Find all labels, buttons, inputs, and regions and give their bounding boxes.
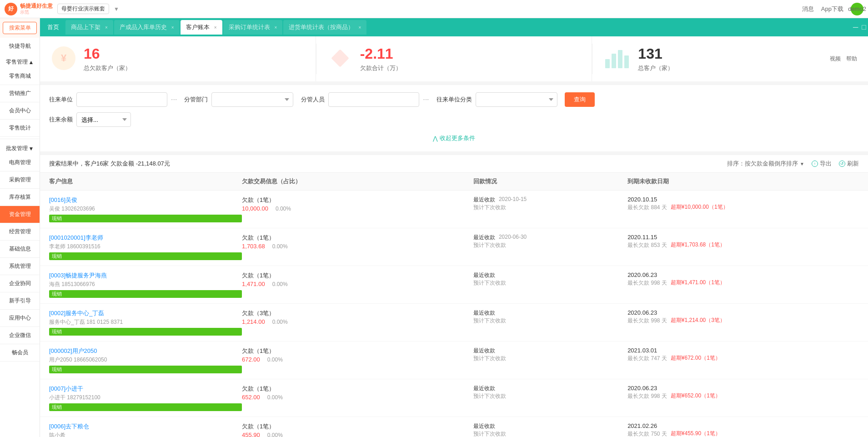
cell-overdue-2: 2020.11.15 最长欠款 853 天 超期¥1,703.68（1笔） [627,234,859,249]
customer-name-5[interactable]: [000002]用户2050 [49,347,242,355]
result-actions: 排序：按欠款金额倒序排序 ▼ ↑ 导出 ↺ 刷新 [727,160,859,168]
cell-customer-5: [000002]用户2050 用户2050 18665062050 现销 [49,347,242,373]
sidebar-item-ecommerce[interactable]: 电商管理 [0,154,40,171]
filter-select-dept[interactable] [211,92,293,107]
cell-overdue-5: 2021.03.01 最长欠款 747 天 超期¥672.00（1笔） [627,347,859,362]
filter-label-supplier-type: 往来单位分类 [437,95,472,104]
col-header-overdue: 到期未收款日期 [627,177,859,186]
sidebar-item-vip[interactable]: 畅会员 [0,344,40,362]
filter-input-supplier[interactable] [76,92,167,107]
sidebar-item-batch-mgmt[interactable]: 批发管理 ▼ [0,141,40,154]
sidebar-item-apps[interactable]: 应用中心 [0,310,40,327]
sidebar-item-retail-mgmt[interactable]: 零售管理 ▲ [0,55,40,68]
cell-customer-3: [0003]畅捷服务尹海燕 海燕 18513066976 现销 [49,271,242,298]
cell-debt-7: 欠款（1笔） 455.90 0.00% [242,422,473,437]
app-download-link[interactable]: App下载 [821,5,843,13]
customer-name-4[interactable]: [0002]服务中心_丁磊 [49,309,242,317]
tab-home[interactable]: 首页 [42,20,65,35]
search-button[interactable]: 查询 [565,92,595,107]
filter-area: 往来单位 ··· 分管部门 ▼ [40,85,868,151]
stat-card-total: 131 总客户（家） 视频 帮助 [592,36,868,81]
debt-ratio-2: 0.00% [272,243,288,250]
cell-customer-6: [0007]小进干 小进干 18279152100 现销 [49,385,242,411]
store-name[interactable]: 母婴行业演示账套 [57,4,109,14]
sidebar-item-weixin[interactable]: 企业微信 [0,327,40,344]
export-button[interactable]: ↑ 导出 [812,160,832,168]
svg-rect-5 [618,50,622,68]
top-bar-left: 好 畅捷通好生意 示范 母婴行业演示账套 ▼ [5,3,119,15]
filter-dots-person[interactable]: ··· [423,95,429,104]
filter-dots-supplier[interactable]: ··· [171,95,177,104]
table-row: [0016]吴俊 吴俊 13026203696 现销 欠款（1笔） 10,000… [40,191,868,228]
app-name: 畅捷通好生意 [20,3,53,9]
cell-customer-1: [0016]吴俊 吴俊 13026203696 现销 [49,196,242,222]
customer-name-1[interactable]: [0016]吴俊 [49,196,242,204]
customer-name-7[interactable]: [0006]去下粮仓 [49,422,242,431]
tab-goods-stats[interactable]: 进货单统计表（按商品） × [283,20,366,35]
cell-customer-7: [0006]去下粮仓 陈小希 现销 [49,422,242,437]
tab-purchase-order[interactable]: 采购订单统计表 × [223,20,283,35]
table-row: [0002]服务中心_丁磊 服务中心_丁磊 181 0125 8371 现销 欠… [40,304,868,342]
sort-arrow-icon: ▼ [800,161,804,166]
sidebar-item-marketing[interactable]: 营销推广 [0,85,40,102]
maximize-btn[interactable]: □ [862,23,866,31]
collapse-button[interactable]: ⋀ 收起更多条件 [49,132,859,144]
cell-return-2: 最近收款 2020-06-30 预计下次收款 [473,234,627,249]
top-bar: 好 畅捷通好生意 示范 母婴行业演示账套 ▼ 消息 App下载 demo2 [0,0,868,18]
customer-name-3[interactable]: [0003]畅捷服务尹海燕 [49,271,242,280]
filter-item-supplier: 往来单位 ··· [49,92,177,107]
sidebar-item-retail-store[interactable]: 零售商城 [0,68,40,85]
top-bar-right: 消息 App下载 demo2 [802,3,863,15]
sidebar-item-system[interactable]: 系统管理 [0,258,40,275]
stats-row: ¥ 16 总欠款客户（家） [40,36,868,81]
sidebar-item-operations[interactable]: 经营管理 [0,223,40,241]
video-link[interactable]: 视频 [830,55,841,63]
sidebar: 搜索菜单 快捷导航 零售管理 ▲ 零售商城 营销推广 会员中心 零售统计 [0,18,40,437]
message-link[interactable]: 消息 [802,5,814,13]
tab-purchase-close[interactable]: × [275,25,277,30]
filter-label-person: 分管人员 [301,95,325,104]
filter-item-supplier-type: 往来单位分类 ▼ [437,92,558,107]
app-logo: 好 畅捷通好生意 示范 [5,3,53,15]
tab-customer-close[interactable]: × [214,25,217,30]
tag-now-1: 现销 [49,215,242,222]
tag-now-2: 现销 [49,252,242,260]
search-menu-btn[interactable]: 搜索菜单 [3,22,37,34]
filter-select-wrapper-dept [211,92,293,107]
customer-name-2[interactable]: [0001020001]李老师 [49,234,242,242]
sidebar-item-purchase[interactable]: 采购管理 [0,171,40,189]
avatar[interactable]: demo2 [851,3,863,15]
tab-products[interactable]: 商品上下架 × [65,20,113,35]
sidebar-item-inventory[interactable]: 库存核算 [0,189,40,206]
col-header-return: 回款情况 [473,177,627,186]
overdue-amount-1[interactable]: 超期¥10,000.00（1笔） [671,203,728,211]
tab-customer-account[interactable]: 客户账本 × [181,20,222,35]
cell-overdue-1: 2020.10.15 最长欠款 884 天 超期¥10,000.00（1笔） [627,196,859,211]
stat-card-amount: -2.11 欠款合计（万） [316,36,592,81]
sidebar-item-guide[interactable]: 新手引导 [0,292,40,310]
sidebar-item-finance[interactable]: 资金管理 [0,206,40,223]
filter-select-balance[interactable]: 选择... [76,112,131,127]
sort-label: 排序：按欠款金额倒序排序 ▼ [727,160,804,168]
sidebar-item-member[interactable]: 会员中心 [0,102,40,120]
tab-production-close[interactable]: × [171,25,174,30]
sidebar-item-quick-nav[interactable]: 快捷导航 [0,38,40,55]
filter-select-supplier-type[interactable] [476,92,557,107]
tab-bar-right: ─ □ [853,23,866,31]
refresh-button[interactable]: ↺ 刷新 [839,160,859,168]
sidebar-item-enterprise[interactable]: 企业协同 [0,275,40,292]
customer-name-6[interactable]: [0007]小进干 [49,385,242,393]
tab-production[interactable]: 产成品入库单历史 × [114,20,180,35]
sidebar-item-basic-info[interactable]: 基础信息 [0,241,40,258]
store-dropdown-icon[interactable]: ▼ [114,6,119,12]
help-link[interactable]: 帮助 [846,55,857,63]
stat-value-customers: 16 [84,45,131,62]
filter-select-wrapper-balance: 选择... [76,112,131,127]
sidebar-item-retail-stats[interactable]: 零售统计 [0,120,40,137]
tab-products-close[interactable]: × [105,25,108,30]
app-subtitle: 示范 [20,10,53,15]
filter-input-person[interactable] [328,92,419,107]
tab-goods-close[interactable]: × [358,25,361,30]
minimize-btn[interactable]: ─ [853,23,858,31]
customer-phone-3: 海燕 18513066976 [49,281,242,288]
